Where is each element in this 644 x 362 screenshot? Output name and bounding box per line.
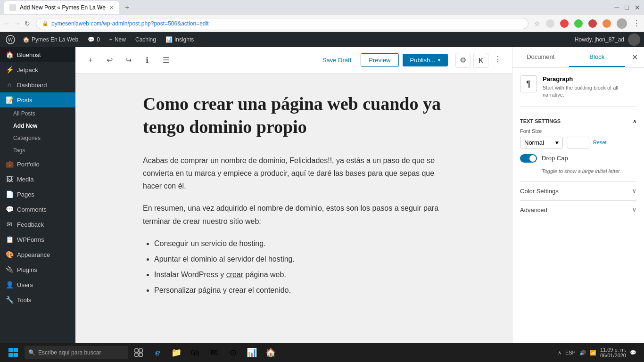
taskbar-file-explorer[interactable]: 📁 [168, 344, 185, 361]
wp-logo-icon[interactable]: W [4, 33, 17, 46]
browser-menu-icon[interactable]: ⋮ [633, 19, 640, 28]
wpforms-icon: 📋 [6, 236, 13, 243]
panel-header: Document Block ✕ [512, 47, 644, 68]
sidebar-item-wpforms[interactable]: 📋 WPForms [0, 232, 75, 247]
tab-document[interactable]: Document [512, 48, 569, 67]
sidebar-item-pages[interactable]: 📄 Pages [0, 187, 75, 202]
publish-button[interactable]: Publish... ▾ [403, 54, 448, 66]
taskbar-task-view[interactable] [130, 344, 147, 361]
panel-close-button[interactable]: ✕ [625, 47, 644, 68]
text-settings-title[interactable]: Text Settings ∧ [520, 115, 636, 128]
settings-button[interactable]: ⚙ [455, 53, 471, 68]
redo-button[interactable]: ↪ [121, 53, 136, 68]
language-indicator[interactable]: ESP [565, 350, 576, 355]
sidebar-item-tools[interactable]: 🔧 Tools [0, 292, 75, 307]
volume-icon[interactable]: 🔊 [579, 350, 586, 356]
tab-block[interactable]: Block [569, 48, 626, 67]
color-settings-chevron-icon: ∨ [632, 188, 636, 194]
color-settings-header[interactable]: Color Settings ∨ [520, 188, 636, 195]
extension-icon-2[interactable] [560, 19, 569, 28]
sidebar-sub-item-add-new[interactable]: Add New [0, 120, 75, 132]
admin-bar-site[interactable]: 🏠 Pymes En La Web [19, 34, 82, 45]
taskbar-search[interactable]: 🔍 Escribe aquí para buscar [25, 346, 128, 359]
more-options-button[interactable]: ⋮ [491, 53, 504, 66]
list-view-icon: ☰ [163, 56, 169, 65]
editor-content-wrapper[interactable]: Como crear una página web cuando ya teng… [75, 74, 512, 362]
sidebar-sub-item-all-posts[interactable]: All Posts [0, 107, 75, 120]
sidebar-item-bluehost[interactable]: 🏠 Bluehost [0, 47, 75, 62]
add-block-icon: + [88, 56, 92, 65]
admin-bar-comments[interactable]: 💬 0 [84, 34, 104, 45]
sidebar-item-dashboard[interactable]: ⌂ Dashboard [0, 77, 75, 92]
sidebar-item-jetpack[interactable]: ⚡ Jetpack [0, 62, 75, 77]
undo-button[interactable]: ↩ [102, 53, 117, 68]
drop-cap-hint: Toggle to show a large initial letter. [542, 168, 636, 174]
sidebar-item-feedback[interactable]: ✉ Feedback [0, 217, 75, 232]
sidebar-item-comments[interactable]: 💬 Comments [0, 202, 75, 217]
maximize-button[interactable]: □ [625, 4, 629, 11]
font-size-select[interactable]: Normal ▾ [520, 137, 563, 148]
taskbar-other[interactable]: 🏠 [262, 344, 279, 361]
post-body[interactable]: Acabas de comprar un nombre de dominio, … [143, 154, 445, 297]
notification-icon[interactable]: 💬 [630, 350, 636, 356]
comments-count: 0 [97, 36, 100, 43]
tray-icon-1[interactable]: ∧ [558, 350, 561, 356]
taskbar-chrome[interactable]: ⊙ [224, 344, 241, 361]
extension-icon-3[interactable] [574, 19, 583, 28]
browser-tab[interactable]: Add New Post « Pymes En La We ✕ [4, 1, 119, 14]
taskbar-excel[interactable]: 📊 [243, 344, 260, 361]
network-icon[interactable]: 📶 [590, 350, 596, 356]
taskbar-store[interactable]: 🛍 [187, 344, 204, 361]
post-title[interactable]: Como crear una página web cuando ya teng… [143, 92, 445, 139]
taskbar-mail[interactable]: ✉ [206, 344, 223, 361]
start-button[interactable] [4, 343, 23, 362]
sidebar-item-plugins[interactable]: 🔌 Plugins [0, 262, 75, 277]
new-tab-button[interactable]: + [125, 3, 129, 12]
close-button[interactable]: ✕ [635, 4, 640, 11]
advanced-header[interactable]: Advanced ∨ [520, 206, 636, 214]
back-button[interactable]: ← [4, 20, 10, 27]
block-desc: Start with the building block of all nar… [543, 84, 636, 99]
sidebar-item-media[interactable]: 🖼 Media [0, 172, 75, 187]
admin-avatar[interactable] [628, 33, 640, 46]
crear-link[interactable]: crear [226, 271, 243, 279]
address-bar[interactable]: 🔒 pymesenlaweb.com/wp-admin/post.php?pos… [36, 18, 528, 29]
forward-button[interactable]: → [14, 20, 21, 27]
minimize-button[interactable]: ─ [615, 4, 619, 11]
sidebar-sub-item-tags[interactable]: Tags [0, 144, 75, 156]
add-block-button[interactable]: + [83, 53, 98, 68]
admin-bar-caching[interactable]: Caching [132, 34, 160, 45]
drop-cap-toggle[interactable] [520, 154, 537, 163]
info-icon: ℹ [146, 56, 149, 65]
save-draft-button[interactable]: Save Draft [317, 54, 357, 66]
svg-rect-9 [139, 353, 142, 356]
browser-title-bar: Add New Post « Pymes En La We ✕ + ─ □ ✕ [0, 0, 644, 15]
reload-button[interactable]: ↻ [25, 20, 30, 27]
taskbar-clock[interactable]: 11:09 p. m. 06/01/2020 [600, 347, 626, 358]
list-view-button[interactable]: ☰ [158, 53, 173, 68]
svg-rect-6 [135, 349, 138, 352]
browser-tab-close-icon[interactable]: ✕ [109, 5, 114, 11]
info-button[interactable]: ℹ [140, 53, 155, 68]
admin-bar-insights[interactable]: 📊 Insights [162, 34, 198, 45]
appearance-icon: 🎨 [6, 251, 13, 258]
sidebar-sub-item-categories[interactable]: Categories [0, 132, 75, 144]
sidebar-item-portfolio[interactable]: 💼 Portfolio [0, 156, 75, 172]
taskbar-edge-browser[interactable]: ℯ [149, 344, 166, 361]
publish-label: Publish... [410, 57, 435, 64]
editor-area: + ↩ ↪ ℹ ☰ Save Draft Preview Publish... … [75, 47, 512, 362]
user-avatar-icon[interactable] [617, 18, 627, 29]
sidebar-item-appearance[interactable]: 🎨 Appearance [0, 247, 75, 262]
extension-icon-4[interactable] [588, 19, 597, 28]
admin-bar-new[interactable]: + New [106, 34, 130, 45]
preview-button[interactable]: Preview [361, 53, 398, 67]
sidebar-item-users[interactable]: 👤 Users [0, 277, 75, 292]
sidebar-item-posts[interactable]: 📝 Posts [0, 92, 75, 107]
bookmark-icon[interactable]: ☆ [534, 20, 540, 27]
font-size-input[interactable] [567, 137, 589, 148]
reset-button[interactable]: Reset [593, 140, 607, 145]
svg-rect-7 [139, 349, 142, 352]
extension-icon-1[interactable] [546, 19, 554, 28]
toolbar-k-button[interactable]: K [473, 53, 488, 68]
extension-icon-5[interactable] [603, 19, 611, 28]
